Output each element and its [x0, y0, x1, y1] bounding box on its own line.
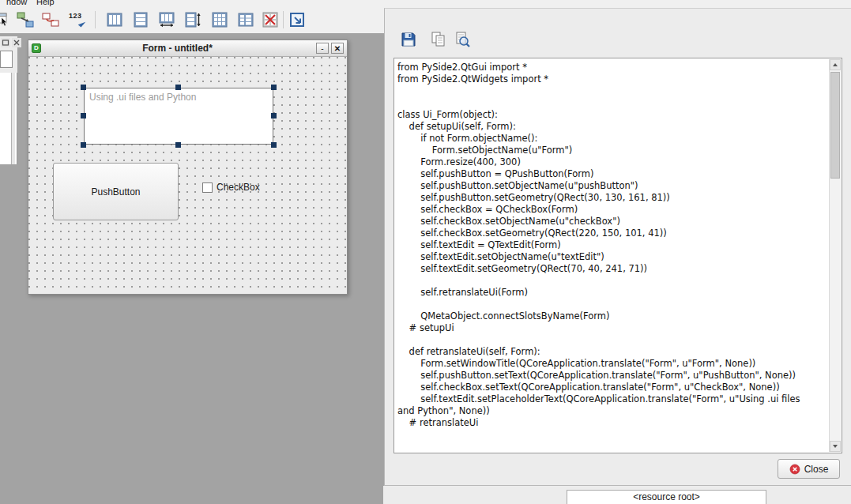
layout-vertical-splitter-button[interactable] — [183, 9, 204, 30]
dock-close-icon — [12, 38, 21, 47]
scroll-up-icon[interactable] — [830, 59, 841, 70]
close-dialog-button[interactable]: Close — [778, 459, 840, 479]
edit-buddies-icon — [42, 11, 61, 28]
code-view[interactable]: from PySide2.QtGui import * from PySide2… — [393, 58, 842, 453]
scroll-down-icon[interactable] — [830, 441, 841, 452]
layout-vertical-button[interactable] — [131, 9, 152, 30]
close-button-label: Close — [804, 464, 829, 475]
checkbox-label: CheckBox — [217, 182, 260, 193]
code-vertical-scrollbar[interactable] — [829, 59, 841, 452]
form-canvas[interactable]: Using .ui files and Python PushButton Ch… — [28, 57, 347, 294]
dock-float-icon — [1, 38, 10, 47]
form-minimize-button[interactable]: - — [316, 43, 329, 54]
pushbutton-widget[interactable]: PushButton — [53, 163, 179, 220]
layout-vertical-icon — [132, 11, 151, 28]
edit-signals-slots-button[interactable] — [16, 9, 36, 30]
selection-handle[interactable] — [175, 85, 181, 90]
print-preview-icon — [454, 31, 473, 48]
form-window-icon: D — [32, 43, 41, 53]
copy-code-button[interactable] — [430, 30, 449, 49]
resource-root-item[interactable]: <resource root> — [567, 490, 766, 504]
widgetbox-scrollbar[interactable] — [11, 73, 15, 164]
widgetbox-filter-input[interactable] — [0, 51, 13, 68]
form-window-title: Form - untitled* — [41, 43, 314, 54]
code-preview-dialog: from PySide2.QtGui import * from PySide2… — [384, 8, 851, 486]
toolbar-separator — [283, 11, 284, 28]
form-close-button[interactable]: ✕ — [331, 43, 344, 54]
save-icon — [400, 31, 419, 48]
toolbar-separator — [95, 11, 96, 28]
scrollbar-thumb[interactable] — [830, 72, 840, 179]
layout-grid-icon — [211, 11, 230, 28]
layout-horizontal-splitter-button[interactable] — [157, 9, 178, 30]
left-dock — [0, 36, 17, 164]
layout-vertical-splitter-icon — [184, 11, 203, 28]
selection-handle[interactable] — [271, 85, 277, 90]
adjust-size-button[interactable] — [288, 9, 308, 30]
checkbox-widget[interactable]: CheckBox — [202, 182, 260, 193]
adjust-size-icon — [288, 11, 307, 28]
edit-tab-order-button[interactable]: 123 — [66, 9, 87, 30]
print-preview-button[interactable] — [454, 30, 473, 49]
form-titlebar[interactable]: D Form - untitled* - ✕ — [28, 40, 347, 57]
close-circle-icon — [789, 464, 800, 475]
layout-horizontal-button[interactable] — [105, 9, 126, 30]
menubar: ndow Help — [0, 0, 851, 7]
edit-tab-order-icon: 123 — [67, 11, 85, 28]
layout-form-icon — [237, 11, 256, 28]
textedit-widget[interactable]: Using .ui files and Python — [84, 88, 273, 145]
selection-handle[interactable] — [81, 85, 86, 90]
edit-signals-slots-icon — [17, 11, 36, 28]
break-layout-icon — [262, 11, 281, 28]
dock-close-button[interactable] — [12, 38, 21, 47]
menu-window[interactable]: ndow — [6, 0, 27, 6]
selection-handle[interactable] — [271, 142, 277, 148]
textedit-surface[interactable]: Using .ui files and Python — [84, 88, 273, 145]
textedit-placeholder: Using .ui files and Python — [85, 88, 273, 106]
dock-float-button[interactable] — [1, 38, 10, 47]
layout-horizontal-splitter-icon — [158, 11, 177, 28]
qt-designer-screen: ndow Help 123 — [0, 0, 851, 504]
selection-handle[interactable] — [81, 113, 86, 118]
layout-grid-button[interactable] — [210, 9, 231, 30]
widgetbox-list[interactable] — [0, 73, 17, 164]
menu-help[interactable]: Help — [36, 0, 55, 6]
bottom-strip: <resource root> — [383, 486, 851, 504]
copy-icon — [430, 31, 449, 48]
edit-widgets-button[interactable] — [0, 9, 13, 30]
selection-handle[interactable] — [81, 142, 86, 148]
edit-buddies-button[interactable] — [41, 9, 62, 30]
layout-form-button[interactable] — [236, 9, 257, 30]
selection-handle[interactable] — [175, 142, 181, 148]
edit-widgets-icon — [0, 11, 13, 28]
layout-horizontal-icon — [106, 11, 125, 28]
selection-handle[interactable] — [271, 113, 277, 118]
checkbox-indicator[interactable] — [202, 182, 213, 193]
save-code-button[interactable] — [400, 30, 419, 49]
code-text[interactable]: from PySide2.QtGui import * from PySide2… — [397, 62, 826, 448]
break-layout-button[interactable] — [261, 9, 281, 30]
form-editor-window: D Form - untitled* - ✕ Using .ui files a… — [28, 39, 348, 295]
